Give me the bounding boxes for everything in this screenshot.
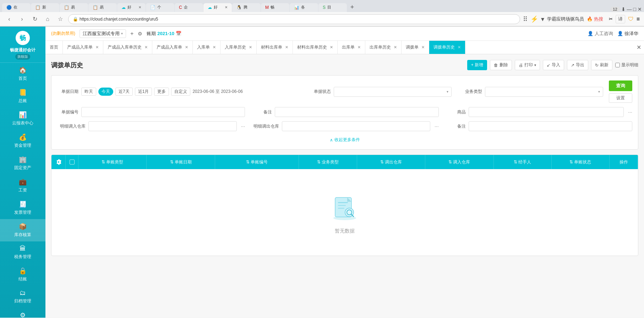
- back-button[interactable]: ‹: [4, 14, 14, 24]
- date-btn-custom[interactable]: 自定义: [171, 88, 190, 96]
- sidebar-item-archive[interactable]: 🗂 归档管理: [0, 286, 45, 308]
- sidebar-item-assets[interactable]: 🏢 固定资产: [0, 152, 45, 174]
- th-biz[interactable]: ⇅ 业务类型: [299, 155, 357, 169]
- sidebar-item-ledger[interactable]: 📒 总账: [0, 85, 45, 107]
- page-tab-2-close[interactable]: ✕: [144, 45, 148, 50]
- date-btn-more[interactable]: 更多: [154, 88, 169, 96]
- browser-tab-5[interactable]: ☁ 好 ✕: [117, 3, 146, 12]
- page-tab-home[interactable]: 首页: [45, 41, 63, 54]
- page-tab-8[interactable]: 出库单 ✕: [338, 41, 365, 54]
- biz-filter-select[interactable]: ▾: [485, 87, 603, 97]
- maximize-icon[interactable]: □: [633, 6, 636, 12]
- page-tab-9[interactable]: 出库单历史 ✕: [365, 41, 402, 54]
- select-all-checkbox[interactable]: [70, 160, 75, 164]
- btab-close-5[interactable]: ✕: [138, 5, 141, 9]
- page-tab-11[interactable]: 调拨单历史 ✕: [429, 41, 465, 54]
- new-tab-button[interactable]: +: [347, 2, 357, 12]
- browser-tab-9[interactable]: 🐧 腾: [232, 3, 261, 12]
- sidebar-item-closing[interactable]: 🔒 结账: [0, 263, 45, 286]
- th-out[interactable]: ⇅ 调出仓库: [357, 155, 425, 169]
- period-selector[interactable]: 账期 2021-10 📅: [147, 30, 181, 37]
- th-in[interactable]: ⇅ 调入仓库: [425, 155, 493, 169]
- collapse-conditions-btn[interactable]: ∧ 收起更多条件: [330, 135, 360, 144]
- page-tab-4-close[interactable]: ✕: [213, 45, 216, 50]
- refresh-button[interactable]: ↻ 刷新: [591, 60, 612, 70]
- date-btn-today[interactable]: 今天: [98, 88, 113, 96]
- page-tab-6-close[interactable]: ✕: [285, 45, 288, 50]
- company-selector[interactable]: 江西服宝测试专用 ▾: [80, 29, 126, 38]
- page-tab-6[interactable]: 材料出库单 ✕: [257, 41, 293, 54]
- th-date[interactable]: ⇅ 单账日期: [147, 155, 215, 169]
- user-button[interactable]: 👤 徐泽华: [617, 30, 638, 37]
- sidebar-item-invoice[interactable]: 🧾 发票管理: [0, 197, 45, 219]
- show-fields-checkbox[interactable]: [615, 63, 620, 67]
- sidebar-item-settings[interactable]: ⚙ 基础设置: [0, 308, 45, 318]
- close-icon[interactable]: ✕: [638, 6, 642, 12]
- star-button[interactable]: ☆: [55, 14, 65, 24]
- btab-close-8[interactable]: ✕: [225, 5, 228, 9]
- search-bar-text[interactable]: 学霸应聘场驱鸟员: [547, 16, 584, 22]
- company-settings-icon[interactable]: ⚙: [138, 31, 142, 37]
- menu-icon[interactable]: ≡: [637, 16, 640, 22]
- page-tab-7[interactable]: 材料出库单历史 ✕: [293, 41, 338, 54]
- minimize-icon[interactable]: —: [627, 6, 632, 12]
- query-button[interactable]: 查询: [609, 80, 632, 91]
- browser-tab-12[interactable]: S 目: [318, 3, 347, 12]
- browser-tab-8[interactable]: ☁ 好 ✕: [203, 3, 232, 12]
- settings-button[interactable]: 设置: [609, 93, 632, 103]
- reload-button[interactable]: ↻: [30, 14, 40, 24]
- page-tab-2[interactable]: 产成品入库单历史 ✕: [103, 41, 152, 54]
- browser-tab-1[interactable]: 🔵 在: [2, 3, 31, 12]
- browser-tab-3[interactable]: 📋 易: [60, 3, 88, 12]
- page-tab-1-close[interactable]: ✕: [95, 45, 99, 50]
- page-tab-8-close[interactable]: ✕: [358, 45, 361, 50]
- th-num[interactable]: ⇅ 单账编号: [215, 155, 299, 169]
- collapse-tabs-icon[interactable]: ✕: [637, 44, 641, 51]
- browser-tab-2[interactable]: 📋 新: [31, 3, 59, 12]
- page-tab-3-close[interactable]: ✕: [185, 45, 188, 50]
- page-tab-4[interactable]: 入库单 ✕: [193, 41, 220, 54]
- browser-tab-11[interactable]: 📊 各: [290, 3, 318, 12]
- import-button[interactable]: ↙ 导入: [543, 60, 564, 70]
- sidebar-item-inventory[interactable]: 📦 库存核算: [0, 219, 45, 241]
- remark2-input[interactable]: [469, 121, 632, 131]
- sidebar-item-tax[interactable]: 🏛 税务管理: [0, 241, 45, 263]
- page-tab-7-close[interactable]: ✕: [330, 45, 333, 50]
- page-tab-10[interactable]: 调拨单 ✕: [402, 41, 429, 54]
- page-tab-10-close[interactable]: ✕: [421, 45, 425, 50]
- translate-icon[interactable]: 译: [616, 15, 625, 23]
- sidebar-item-funds[interactable]: 💰 资金管理: [0, 130, 45, 152]
- dropdown-arrow-icon[interactable]: ▾: [541, 15, 544, 23]
- page-tab-5-close[interactable]: ✕: [249, 45, 252, 50]
- browser-tab-7[interactable]: C 企: [175, 3, 203, 12]
- browser-tab-10[interactable]: M 畅: [261, 3, 289, 12]
- date-btn-yesterday[interactable]: 昨天: [81, 88, 96, 96]
- page-tab-5[interactable]: 入库单历史 ✕: [220, 41, 257, 54]
- forward-button[interactable]: ›: [17, 14, 27, 24]
- export-button[interactable]: ↗ 导出: [567, 60, 588, 70]
- th-type[interactable]: ⇅ 单账类型: [78, 155, 147, 169]
- goods-picker-btn[interactable]: ···: [628, 109, 632, 115]
- sidebar-item-salary[interactable]: 💼 工资: [0, 174, 45, 197]
- sidebar-item-reports[interactable]: 📊 云报表中心: [0, 107, 45, 130]
- sidebar-item-home[interactable]: 🏠 首页: [0, 63, 45, 85]
- browser-tab-6[interactable]: 📄 个: [146, 3, 174, 12]
- th-settings[interactable]: [51, 155, 66, 169]
- detail-in-input[interactable]: [88, 121, 237, 131]
- new-button[interactable]: + 新增: [467, 60, 487, 70]
- tab-count-badge[interactable]: 12: [610, 7, 620, 12]
- status-select-box[interactable]: ▾: [334, 87, 452, 97]
- detail-in-picker-btn[interactable]: ···: [241, 123, 245, 129]
- show-fields-button[interactable]: 显示明细: [615, 62, 638, 68]
- page-tab-11-close[interactable]: ✕: [458, 45, 461, 50]
- docnum-input[interactable]: [81, 107, 245, 117]
- goods-input[interactable]: [469, 107, 624, 117]
- print-button[interactable]: 🖨 打印 ▾: [515, 60, 540, 70]
- detail-out-input[interactable]: [282, 121, 430, 131]
- biz-select-box[interactable]: ▾: [485, 87, 603, 97]
- browser-tab-4[interactable]: 📋 易: [88, 3, 117, 12]
- apps-icon[interactable]: ⠿: [523, 15, 528, 23]
- th-handler[interactable]: ⇅ 经手人: [494, 155, 552, 169]
- date-btn-1month[interactable]: 近1月: [135, 88, 152, 96]
- page-tab-1[interactable]: 产成品入库单 ✕: [63, 41, 103, 54]
